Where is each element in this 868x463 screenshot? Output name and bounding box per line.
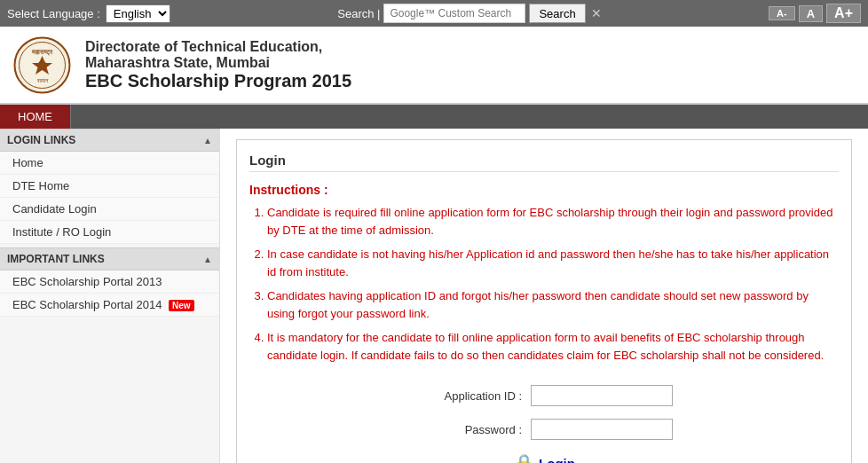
password-input[interactable] — [531, 419, 673, 440]
instruction-1: Candidate is required fill online applic… — [267, 204, 839, 239]
search-close-icon[interactable]: ✕ — [591, 6, 602, 20]
instructions-list: Candidate is required fill online applic… — [249, 204, 839, 364]
sidebar-dte-home[interactable]: DTE Home — [0, 175, 219, 198]
language-select[interactable]: English — [106, 4, 170, 23]
login-button-row: 🔒 Login — [249, 452, 839, 463]
instruction-4: It is mandatory for the candidate to fil… — [267, 329, 839, 364]
content-area: Login Instructions : Candidate is requir… — [220, 129, 868, 463]
password-row: Password : — [249, 419, 839, 440]
portal-2014-label: EBC Scholarship Portal 2014 — [12, 298, 162, 311]
login-form: Application ID : Password : 🔒 Login Forg… — [249, 385, 839, 463]
font-size-section: A- A A+ — [769, 4, 861, 23]
header-text: Directorate of Technical Education, Maha… — [85, 39, 351, 91]
important-links-arrow: ▲ — [203, 255, 212, 264]
main-content: LOGIN LINKS ▲ Home DTE Home Candidate Lo… — [0, 129, 868, 463]
login-button-label: Login — [539, 456, 575, 464]
search-button[interactable]: Search — [529, 4, 585, 23]
lock-icon: 🔒 — [513, 452, 535, 463]
page-title: Login — [249, 153, 839, 172]
search-label: Search | — [337, 7, 380, 20]
select-language-label: Select Language : — [7, 7, 100, 20]
language-section: Select Language : English — [7, 4, 170, 23]
instruction-3: Candidates having application ID and for… — [267, 287, 839, 322]
search-section: Search | Search ✕ — [337, 4, 601, 23]
sidebar-home[interactable]: Home — [0, 152, 219, 175]
font-normal-button[interactable]: A — [799, 5, 823, 22]
sidebar-portal-2014[interactable]: EBC Scholarship Portal 2014 New — [0, 294, 219, 317]
instructions-title: Instructions : — [249, 183, 839, 197]
nav-home[interactable]: HOME — [0, 105, 71, 129]
instruction-2: In case candidate is not having his/her … — [267, 246, 839, 280]
sidebar-candidate-login[interactable]: Candidate Login — [0, 198, 219, 221]
login-links-label: LOGIN LINKS — [7, 134, 75, 146]
header: महाराष्ट्र शासन Directorate of Technical… — [0, 27, 868, 105]
important-links-label: IMPORTANT LINKS — [7, 253, 105, 265]
top-bar: Select Language : English Search | Searc… — [0, 0, 868, 27]
login-links-arrow: ▲ — [203, 136, 212, 145]
navigation: HOME — [0, 105, 868, 129]
login-links-header: LOGIN LINKS ▲ — [0, 129, 219, 152]
new-badge: New — [169, 300, 194, 311]
header-line3: EBC Scholarship Program 2015 — [85, 71, 351, 91]
application-id-label: Application ID : — [415, 389, 531, 403]
header-line1: Directorate of Technical Education, — [85, 39, 351, 55]
logo-emblem: महाराष्ट्र शासन — [13, 36, 71, 94]
application-id-row: Application ID : — [249, 385, 839, 406]
font-small-button[interactable]: A- — [769, 6, 795, 20]
search-input[interactable] — [383, 4, 525, 23]
content-box: Login Instructions : Candidate is requir… — [236, 139, 852, 463]
svg-text:शासन: शासन — [36, 78, 48, 83]
application-id-input[interactable] — [531, 385, 673, 406]
login-button[interactable]: 🔒 Login — [513, 452, 575, 463]
sidebar-institute-login[interactable]: Institute / RO Login — [0, 221, 219, 244]
svg-text:महाराष्ट्र: महाराष्ट्र — [31, 49, 53, 56]
important-links-header: IMPORTANT LINKS ▲ — [0, 247, 219, 271]
password-label: Password : — [415, 423, 531, 436]
font-large-button[interactable]: A+ — [826, 4, 861, 23]
logo: महाराष्ट्र शासन — [11, 34, 73, 96]
sidebar: LOGIN LINKS ▲ Home DTE Home Candidate Lo… — [0, 129, 220, 463]
svg-point-5 — [37, 60, 46, 69]
header-line2: Maharashtra State, Mumbai — [85, 55, 351, 71]
sidebar-portal-2013[interactable]: EBC Scholarship Portal 2013 — [0, 271, 219, 294]
